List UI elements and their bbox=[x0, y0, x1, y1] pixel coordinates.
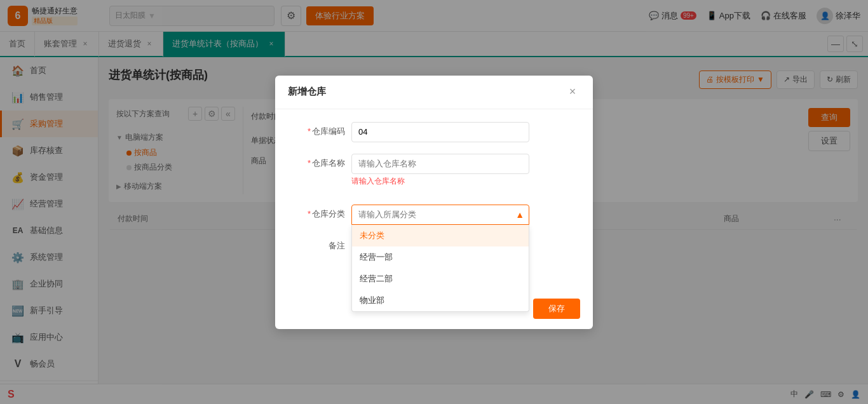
form-row-name: 仓库名称 请输入仓库名称 bbox=[294, 154, 574, 187]
notes-label: 备注 bbox=[294, 236, 345, 252]
modal-body: 仓库编码 仓库名称 请输入仓库名称 仓库分类 ▲ 未分类 bbox=[275, 109, 593, 292]
code-input[interactable] bbox=[351, 122, 529, 142]
category-label: 仓库分类 bbox=[294, 205, 345, 220]
modal-overlay[interactable]: 新增仓库 × 仓库编码 仓库名称 请输入仓库名称 仓库分类 bbox=[0, 0, 868, 404]
category-option-property[interactable]: 物业部 bbox=[352, 290, 529, 311]
name-error-message: 请输入仓库名称 bbox=[351, 176, 529, 187]
new-warehouse-modal: 新增仓库 × 仓库编码 仓库名称 请输入仓库名称 仓库分类 bbox=[275, 76, 593, 329]
name-label: 仓库名称 bbox=[294, 154, 345, 169]
name-input[interactable] bbox=[351, 154, 529, 174]
category-chevron-up-icon[interactable]: ▲ bbox=[515, 210, 524, 220]
form-row-category: 仓库分类 ▲ 未分类 经营一部 经营二部 物业部 bbox=[294, 205, 574, 225]
form-row-code: 仓库编码 bbox=[294, 122, 574, 142]
modal-title: 新增仓库 bbox=[288, 86, 326, 98]
category-option-dept2[interactable]: 经营二部 bbox=[352, 268, 529, 290]
category-option-uncategorized[interactable]: 未分类 bbox=[352, 225, 529, 246]
category-option-dept1[interactable]: 经营一部 bbox=[352, 246, 529, 268]
save-button[interactable]: 保存 bbox=[533, 299, 580, 319]
category-dropdown: 未分类 经营一部 经营二部 物业部 bbox=[351, 225, 529, 312]
category-input-wrap: ▲ 未分类 经营一部 经营二部 物业部 bbox=[351, 205, 529, 225]
modal-close-button[interactable]: × bbox=[565, 84, 580, 100]
modal-header: 新增仓库 × bbox=[275, 76, 593, 109]
category-input[interactable] bbox=[351, 205, 529, 225]
code-label: 仓库编码 bbox=[294, 122, 345, 137]
